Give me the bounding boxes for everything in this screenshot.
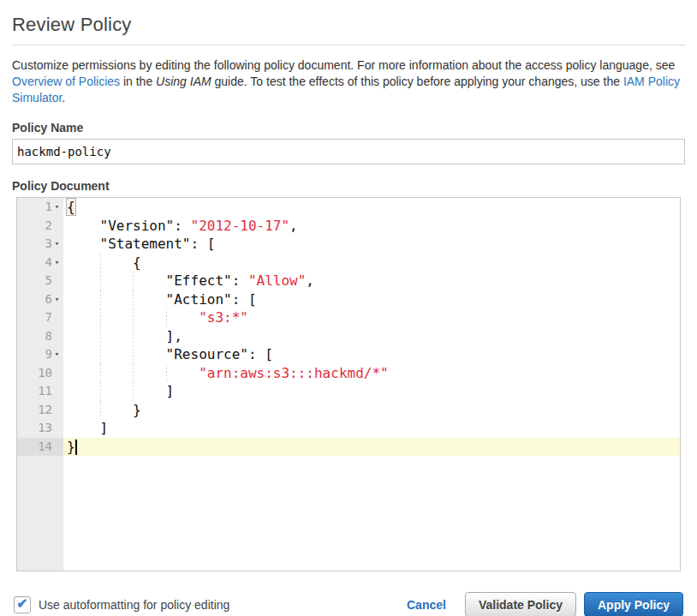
page-title: Review Policy xyxy=(12,14,685,36)
indent-guide xyxy=(67,327,100,346)
indent-guide xyxy=(67,217,100,236)
json-token: } xyxy=(67,439,75,455)
line-number: 12 xyxy=(38,401,52,420)
fold-arrow-icon[interactable]: ▾ xyxy=(52,198,62,217)
line-number: 9 xyxy=(45,345,52,364)
gutter-line[interactable]: 4▾ xyxy=(17,254,63,272)
json-token: ], xyxy=(166,328,182,344)
indent-guide xyxy=(67,272,100,290)
indent-guide xyxy=(100,401,134,420)
indent-guide xyxy=(133,327,166,346)
intro-part4: . xyxy=(62,91,65,105)
json-token: "Effect": xyxy=(166,272,248,289)
gutter-line: 7 xyxy=(17,308,63,327)
json-string-token: "Allow" xyxy=(248,272,306,289)
overview-of-policies-link[interactable]: Overview of Policies xyxy=(12,75,120,88)
line-number: 2 xyxy=(45,217,52,236)
json-token: ] xyxy=(100,420,109,436)
gutter-line: 5 xyxy=(17,272,63,290)
code-line[interactable]: ] xyxy=(63,382,680,401)
indent-guide xyxy=(67,364,100,383)
code-line[interactable]: } xyxy=(63,401,680,420)
intro-part3: guide. To test the effects of this polic… xyxy=(211,75,623,88)
line-number: 6 xyxy=(45,290,52,309)
indent-guide xyxy=(67,290,100,309)
code-line[interactable]: ], xyxy=(63,327,680,346)
gutter-line[interactable]: 1▾ xyxy=(17,198,63,217)
line-number: 3 xyxy=(45,235,52,254)
code-line[interactable]: "Version": "2012-10-17", xyxy=(63,217,680,236)
autoformat-option: ✔ Use autoformatting for policy editing xyxy=(14,596,229,613)
json-token: "Action": [ xyxy=(166,291,257,308)
indent-guide xyxy=(67,419,100,438)
code-line[interactable]: ] xyxy=(63,419,680,438)
indent-guide xyxy=(133,308,166,327)
gutter-line: 14 xyxy=(17,438,63,457)
policy-editor-lines[interactable]: {"Version": "2012-10-17","Statement": [{… xyxy=(63,198,680,571)
code-line[interactable]: "Effect": "Allow", xyxy=(63,272,680,290)
action-buttons: Cancel Validate Policy Apply Policy xyxy=(407,592,683,616)
indent-guide xyxy=(100,272,134,290)
line-number: 1 xyxy=(45,198,52,217)
apply-policy-button[interactable]: Apply Policy xyxy=(584,592,683,616)
intro-text: Customize permissions by editing the fol… xyxy=(12,57,685,106)
policy-editor[interactable]: 1▾23▾4▾56▾789▾1011121314 {"Version": "20… xyxy=(16,197,681,571)
indent-guide xyxy=(133,345,166,364)
fold-arrow-icon[interactable]: ▾ xyxy=(52,235,62,254)
policy-name-input[interactable] xyxy=(12,139,685,164)
json-token: } xyxy=(133,402,141,418)
gutter-line: 13 xyxy=(17,419,63,438)
fold-arrow-icon[interactable]: ▾ xyxy=(52,345,62,364)
code-line[interactable]: "Resource": [ xyxy=(63,345,680,364)
code-line[interactable]: "Action": [ xyxy=(63,290,680,309)
code-line[interactable]: "s3:*" xyxy=(63,308,680,327)
indent-guide xyxy=(100,290,134,309)
cancel-link[interactable]: Cancel xyxy=(407,598,446,612)
line-number: 10 xyxy=(38,364,52,383)
indent-guide xyxy=(133,290,166,309)
policy-document-label: Policy Document xyxy=(12,179,685,193)
autoformat-label: Use autoformatting for policy editing xyxy=(39,598,229,612)
json-token: "Version": xyxy=(100,218,191,234)
code-line[interactable]: } xyxy=(63,438,680,457)
line-number: 7 xyxy=(45,308,52,327)
indent-guide xyxy=(67,254,100,272)
indent-guide xyxy=(166,364,200,383)
gutter-line[interactable]: 6▾ xyxy=(17,290,63,309)
gutter-line: 2 xyxy=(17,217,63,236)
line-number: 8 xyxy=(45,327,52,346)
indent-guide xyxy=(100,382,134,401)
json-token: "Resource": [ xyxy=(166,346,273,362)
json-token: , xyxy=(289,218,298,234)
fold-arrow-icon[interactable]: ▾ xyxy=(52,254,62,272)
line-number: 4 xyxy=(45,254,52,272)
indent-guide xyxy=(133,382,166,401)
policy-editor-gutter[interactable]: 1▾23▾4▾56▾789▾1011121314 xyxy=(17,198,63,571)
intro-part1: Customize permissions by editing the fol… xyxy=(12,58,675,72)
json-string-token: "s3:*" xyxy=(199,309,248,326)
autoformat-checkbox[interactable]: ✔ xyxy=(14,596,31,613)
title-divider xyxy=(12,45,685,45)
indent-guide xyxy=(67,401,100,420)
code-line[interactable]: "Statement": [ xyxy=(63,235,680,254)
gutter-line: 11 xyxy=(17,382,63,401)
json-token: ] xyxy=(166,383,175,399)
line-number: 5 xyxy=(45,272,52,290)
indent-guide xyxy=(133,364,166,383)
code-line[interactable]: { xyxy=(63,254,680,272)
gutter-line[interactable]: 9▾ xyxy=(17,345,63,364)
indent-guide xyxy=(100,254,134,272)
code-line[interactable]: { xyxy=(63,198,680,217)
indent-guide xyxy=(67,235,100,254)
fold-arrow-icon[interactable]: ▾ xyxy=(52,290,62,309)
gutter-line[interactable]: 3▾ xyxy=(17,235,63,254)
indent-guide xyxy=(100,308,134,327)
json-token: { xyxy=(67,199,75,215)
indent-guide xyxy=(67,345,100,364)
line-number: 14 xyxy=(38,438,52,457)
gutter-line: 8 xyxy=(17,327,63,346)
validate-policy-button[interactable]: Validate Policy xyxy=(465,592,576,616)
code-line[interactable]: "arn:aws:s3:::hackmd/*" xyxy=(63,364,680,383)
json-token: , xyxy=(306,272,314,289)
gutter-line: 12 xyxy=(17,401,63,420)
